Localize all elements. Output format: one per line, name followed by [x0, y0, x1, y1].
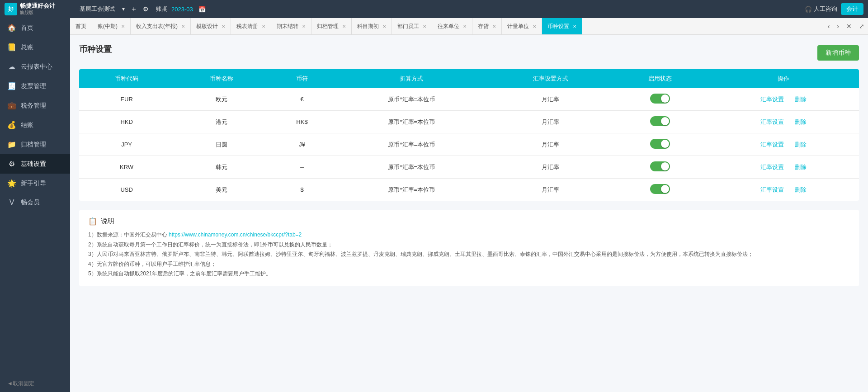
toggle-track-2[interactable]	[650, 139, 670, 149]
help-button[interactable]: 🎧 人工咨询	[805, 5, 837, 13]
toggle-4[interactable]	[650, 184, 670, 194]
tab-prev-btn[interactable]: ‹	[824, 18, 834, 34]
cell-calc-4: 原币*汇率=本位币	[335, 179, 488, 201]
company-dropdown[interactable]: ▾	[122, 6, 125, 12]
toggle-track-4[interactable]	[650, 184, 670, 194]
sidebar-item-basic[interactable]: ⚙ 基础设置	[0, 154, 70, 174]
tab-currency[interactable]: 币种设置 ✕	[542, 18, 582, 34]
tab-next-btn[interactable]: ›	[833, 18, 843, 34]
tab-label-home: 首页	[75, 23, 86, 30]
rate-setting-link-4[interactable]: 汇率设置	[760, 186, 784, 193]
close-icon-partner[interactable]: ✕	[463, 24, 467, 29]
tab-label-inventory: 存货	[478, 23, 489, 30]
close-icon-subject[interactable]: ✕	[382, 24, 386, 29]
close-icon-dept[interactable]: ✕	[423, 24, 426, 29]
toggle-thumb-2	[661, 140, 669, 148]
close-icon-template[interactable]: ✕	[222, 24, 225, 29]
rate-setting-link-3[interactable]: 汇率设置	[760, 164, 784, 170]
delete-link-3[interactable]: 删除	[795, 164, 807, 170]
tab-archive[interactable]: 归档管理 ✕	[311, 18, 352, 34]
logo-text-block: 畅捷通好会计 旗舰版	[20, 2, 55, 16]
settings-icon[interactable]: ⚙	[143, 5, 149, 13]
sidebar-item-reports[interactable]: ☁ 云报表中心	[0, 57, 70, 76]
tab-inventory[interactable]: 存货 ✕	[472, 18, 502, 34]
tab-period[interactable]: 账(中期) ✕	[92, 18, 131, 34]
ledger-icon: 📒	[7, 43, 16, 52]
tab-template[interactable]: 模版设计 ✕	[191, 18, 231, 34]
cell-name-1: 港元	[174, 111, 269, 133]
delete-link-0[interactable]: 删除	[795, 96, 807, 103]
cell-action-0: 汇率设置 删除	[708, 88, 859, 111]
rate-setting-link-1[interactable]: 汇率设置	[760, 118, 784, 125]
notes-link[interactable]: https://www.chinamoney.com.cn/chinese/bk…	[169, 231, 302, 238]
sidebar-item-ledger[interactable]: 📒 总账	[0, 38, 70, 57]
close-icon-currency[interactable]: ✕	[573, 24, 576, 29]
logo-icon: 好	[5, 3, 17, 15]
tab-close-all-btn[interactable]: ✕	[843, 18, 855, 34]
toggle-3[interactable]	[650, 161, 670, 171]
close-icon-income[interactable]: ✕	[181, 24, 185, 29]
sidebar-pin-toggle[interactable]: ◄取消固定	[0, 375, 70, 392]
tab-expand-btn[interactable]: ⤢	[855, 18, 868, 34]
th-symbol: 币符	[269, 69, 335, 88]
kuaiji-button[interactable]: 会计	[841, 3, 863, 15]
sidebar-item-invoice[interactable]: 🧾 发票管理	[0, 76, 70, 96]
reports-icon: ☁	[7, 62, 16, 71]
note-item-3: 3）人民币对马来西亚林吉特、俄罗斯卢布、南非兰特、韩元、阿联酋迪拉姆、沙特里亚尔…	[88, 250, 850, 260]
close-icon-archive[interactable]: ✕	[342, 24, 346, 29]
toggle-track-1[interactable]	[650, 116, 670, 126]
th-rate-method: 汇率设置方式	[488, 69, 613, 88]
close-icon-period[interactable]: ✕	[121, 24, 125, 29]
toggle-0[interactable]	[650, 94, 670, 104]
tab-period-end[interactable]: 期末结转 ✕	[271, 18, 311, 34]
toggle-track-3[interactable]	[650, 161, 670, 171]
cell-name-3: 韩元	[174, 156, 269, 179]
sidebar-label-reports: 云报表中心	[21, 63, 52, 71]
home-icon: 🏠	[7, 24, 16, 32]
cell-calc-0: 原币*汇率=本位币	[335, 88, 488, 111]
logo-sub: 旗舰版	[20, 9, 55, 16]
tab-home[interactable]: 首页	[70, 18, 92, 34]
cell-symbol-1: HK$	[269, 111, 335, 133]
cell-symbol-3: --	[269, 156, 335, 179]
sidebar-item-archive[interactable]: 📁 归档管理	[0, 135, 70, 154]
close-icon-tax[interactable]: ✕	[262, 24, 265, 29]
sidebar-item-guide[interactable]: 🌟 新手引导	[0, 174, 70, 193]
tab-tax[interactable]: 税表清册 ✕	[231, 18, 271, 34]
table-body: EUR 欧元 € 原币*汇率=本位币 月汇率 汇率设置 删除 HKD 港元 HK…	[79, 88, 859, 201]
tab-income[interactable]: 收入支出表(年报) ✕	[131, 18, 191, 34]
delete-link-1[interactable]: 删除	[795, 118, 807, 125]
tab-partner[interactable]: 往来单位 ✕	[432, 18, 472, 34]
tab-subject[interactable]: 科目期初 ✕	[352, 18, 392, 34]
note-item-2: 2）系统自动获取每月第一个工作日的汇率标价，统一为直接标价法，即1外币可以兑换的…	[88, 240, 850, 250]
tab-label-dept: 部门员工	[397, 23, 419, 30]
table-header-row: 币种代码 币种名称 币符 折算方式 汇率设置方式 启用状态 操作	[79, 69, 859, 88]
sidebar-item-checkout[interactable]: 💰 结账	[0, 115, 70, 135]
toggle-2[interactable]	[650, 139, 670, 149]
close-icon-period-end[interactable]: ✕	[302, 24, 306, 29]
currency-table: 币种代码 币种名称 币符 折算方式 汇率设置方式 启用状态 操作 EUR 欧元 …	[79, 69, 859, 201]
delete-link-4[interactable]: 删除	[795, 186, 807, 193]
tab-unit[interactable]: 计量单位 ✕	[502, 18, 542, 34]
tab-dept[interactable]: 部门员工 ✕	[392, 18, 432, 34]
sidebar-item-home[interactable]: 🏠 首页	[0, 18, 70, 38]
close-icon-unit[interactable]: ✕	[533, 24, 536, 29]
delete-link-2[interactable]: 删除	[795, 141, 807, 148]
sidebar-item-tax[interactable]: 💼 税务管理	[0, 96, 70, 115]
new-currency-button[interactable]: 新增币种	[817, 45, 859, 61]
close-icon-inventory[interactable]: ✕	[492, 24, 496, 29]
th-calc: 折算方式	[335, 69, 488, 88]
cell-status-0	[613, 88, 708, 111]
sidebar-item-member[interactable]: V 畅会员	[0, 193, 70, 212]
toggle-1[interactable]	[650, 116, 670, 126]
toggle-track-0[interactable]	[650, 94, 670, 104]
rate-setting-link-0[interactable]: 汇率设置	[760, 96, 784, 103]
help-label: 人工咨询	[814, 5, 837, 13]
sidebar-label-checkout: 结账	[21, 121, 33, 129]
add-company-btn[interactable]: ＋	[128, 5, 139, 14]
cell-rate-1: 月汇率	[488, 111, 613, 133]
cell-code-3: KRW	[79, 156, 174, 179]
calendar-icon[interactable]: 📅	[198, 6, 206, 13]
cell-rate-0: 月汇率	[488, 88, 613, 111]
rate-setting-link-2[interactable]: 汇率设置	[760, 141, 784, 148]
